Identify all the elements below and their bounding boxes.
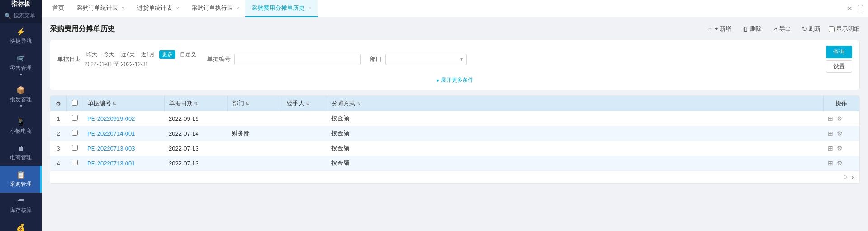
tab-purchase-order-stats[interactable]: 采购订单统计表 × — [71, 0, 131, 17]
page-title: 采购费用分摊单历史 — [50, 24, 115, 34]
dept-sort-icon: ⇅ — [245, 101, 249, 106]
date-range-display: 2022-01-01 至 2022-12-31 — [85, 61, 198, 68]
add-button[interactable]: ＋ + 新增 — [704, 24, 734, 34]
row-checkbox-3[interactable] — [72, 160, 78, 165]
tab-purchase-order-stats-close[interactable]: × — [122, 5, 124, 11]
sidebar-item-miniapp[interactable]: 📱 小畅电商 — [0, 113, 42, 140]
td-dept-2 — [227, 141, 282, 156]
dept-select[interactable] — [385, 54, 467, 65]
wholesale-label: 批发管理 — [0, 96, 42, 104]
export-button[interactable]: ↗ 导出 — [770, 24, 794, 34]
last7days-btn[interactable]: 近7天 — [119, 50, 137, 59]
td-dept-3 — [227, 156, 282, 171]
table-wrap: ⚙ 单据编号 ⇅ 单据日期 — [50, 95, 860, 184]
doc-no-link-0[interactable]: PE-20220919-002 — [87, 115, 135, 122]
toolbar: ＋ + 新增 🗑 删除 ↗ 导出 ↻ 刷新 显示明细 — [704, 24, 860, 34]
sidebar-item-quicknav[interactable]: ⚡ 快捷导航 — [0, 23, 42, 50]
inventory-icon: 🗃 — [0, 197, 42, 205]
delete-button[interactable]: 🗑 删除 — [740, 24, 764, 34]
sidebar-item-retail[interactable]: 🛒 零售管理 ▾ — [0, 50, 42, 81]
last1month-btn[interactable]: 近1月 — [139, 50, 157, 59]
td-checkbox-0 — [66, 111, 83, 126]
tab-purchase-order-exec-close[interactable]: × — [236, 5, 239, 11]
show-columns-input[interactable] — [829, 26, 835, 32]
show-columns-checkbox[interactable]: 显示明细 — [829, 25, 860, 33]
tab-home[interactable]: 首页 — [46, 0, 71, 17]
doc-no-link-3[interactable]: PE-20220713-001 — [87, 160, 135, 167]
quicknav-icon: ⚡ — [0, 28, 42, 36]
sidebar-item-finance[interactable]: 💰 资金管理 — [0, 219, 42, 231]
date-filter-group: 单据日期 昨天 今天 近7天 近1月 更多 自定义 2022-01-01 至 2… — [57, 50, 198, 68]
custom-date-btn[interactable]: 自定义 — [178, 50, 198, 59]
docno-filter-label: 单据编号 — [207, 55, 231, 63]
dept-filter-group: 部门 — [370, 54, 467, 65]
refresh-icon: ↻ — [802, 26, 807, 33]
row-checkbox-0[interactable] — [72, 115, 78, 121]
th-split[interactable]: 分摊方式 ⇅ — [327, 96, 823, 111]
th-doc-no[interactable]: 单据编号 ⇅ — [83, 96, 164, 111]
add-label: + 新增 — [715, 25, 731, 33]
select-all-checkbox[interactable] — [72, 100, 78, 106]
tab-bar: 首页 采购订单统计表 × 进货单统计表 × 采购订单执行表 × 采购费用分摊单历… — [42, 0, 868, 17]
sidebar-item-wholesale[interactable]: 📦 批发管理 ▾ — [0, 81, 42, 113]
sidebar-item-inventory[interactable]: 🗃 库存核算 — [0, 193, 42, 219]
th-date[interactable]: 单据日期 ⇅ — [164, 96, 227, 111]
more-icon-3[interactable]: ⚙ — [837, 160, 843, 167]
edit-icon-1[interactable]: ⊞ — [828, 130, 833, 137]
expand-window-icon[interactable]: ⛶ — [857, 5, 863, 12]
finance-icon: 💰 — [0, 223, 42, 231]
data-table: ⚙ 单据编号 ⇅ 单据日期 — [50, 96, 859, 171]
th-handler[interactable]: 经手人 ⇅ — [282, 96, 327, 111]
td-action-1: ⊞ ⚙ — [823, 126, 859, 141]
sidebar-item-ecommerce[interactable]: 🖥 电商管理 — [0, 140, 42, 166]
edit-icon-3[interactable]: ⊞ — [828, 160, 833, 167]
sidebar-item-purchase[interactable]: 📋 采购管理 — [0, 166, 42, 193]
more-icon-2[interactable]: ⚙ — [837, 145, 843, 152]
docno-input[interactable] — [234, 54, 361, 65]
query-button[interactable]: 查询 — [826, 46, 852, 58]
row-checkbox-2[interactable] — [72, 145, 78, 151]
page-count: 0 Ea — [844, 174, 855, 180]
refresh-button[interactable]: ↻ 刷新 — [799, 24, 823, 34]
td-date-0: 2022-09-19 — [164, 111, 227, 126]
tab-purchase-cost-split-close[interactable]: × — [308, 5, 311, 11]
filter-expand: ▾ 展开更多条件 — [57, 76, 852, 84]
th-split-label: 分摊方式 — [332, 99, 355, 108]
sidebar-search[interactable]: 🔍 搜索菜单 — [0, 8, 42, 23]
td-date-3: 2022-07-13 — [164, 156, 227, 171]
tab-receipt-stats-close[interactable]: × — [176, 5, 179, 11]
th-doc-no-label: 单据编号 — [88, 99, 111, 108]
expand-more-btn[interactable]: ▾ 展开更多条件 — [436, 76, 473, 84]
sidebar: 指标板 🔍 搜索菜单 ⚡ 快捷导航 🛒 零售管理 ▾ 📦 批发管理 ▾ 📱 小畅… — [0, 0, 42, 231]
table-body: 1 PE-20220919-002 2022-09-19 按金额 ⊞ ⚙ 2 — [50, 111, 859, 171]
sidebar-logo: 指标板 — [0, 0, 42, 8]
td-checkbox-2 — [66, 141, 83, 156]
more-icon-0[interactable]: ⚙ — [837, 115, 843, 122]
more-icon-1[interactable]: ⚙ — [837, 130, 843, 137]
th-dept[interactable]: 部门 ⇅ — [227, 96, 282, 111]
td-handler-1 — [282, 126, 327, 141]
more-dates-btn[interactable]: 更多 — [159, 50, 175, 59]
th-settings[interactable]: ⚙ — [50, 96, 66, 111]
tab-purchase-order-exec-label: 采购订单执行表 — [192, 4, 233, 12]
settings-button[interactable]: 设置 — [826, 60, 852, 73]
table-header-row: ⚙ 单据编号 ⇅ 单据日期 — [50, 96, 859, 111]
edit-icon-0[interactable]: ⊞ — [828, 115, 833, 122]
yesterday-btn[interactable]: 昨天 — [85, 50, 99, 59]
delete-icon: 🗑 — [742, 26, 748, 33]
quicknav-label: 快捷导航 — [0, 38, 42, 45]
doc-no-link-1[interactable]: PE-20220714-001 — [87, 130, 135, 137]
tab-receipt-stats[interactable]: 进货单统计表 × — [131, 0, 185, 17]
tab-purchase-cost-split[interactable]: 采购费用分摊单历史 × — [245, 0, 317, 17]
doc-no-link-2[interactable]: PE-20220713-003 — [87, 145, 135, 152]
edit-icon-2[interactable]: ⊞ — [828, 145, 833, 152]
expand-down-icon: ▾ — [436, 77, 439, 84]
ecommerce-icon: 🖥 — [0, 144, 42, 152]
td-action-3: ⊞ ⚙ — [823, 156, 859, 171]
td-dept-1: 财务部 — [227, 126, 282, 141]
row-checkbox-1[interactable] — [72, 130, 78, 136]
td-settings-3: 4 — [50, 156, 66, 171]
today-btn[interactable]: 今天 — [102, 50, 116, 59]
tab-purchase-order-exec[interactable]: 采购订单执行表 × — [185, 0, 245, 17]
close-all-icon[interactable]: ✕ — [847, 5, 853, 12]
